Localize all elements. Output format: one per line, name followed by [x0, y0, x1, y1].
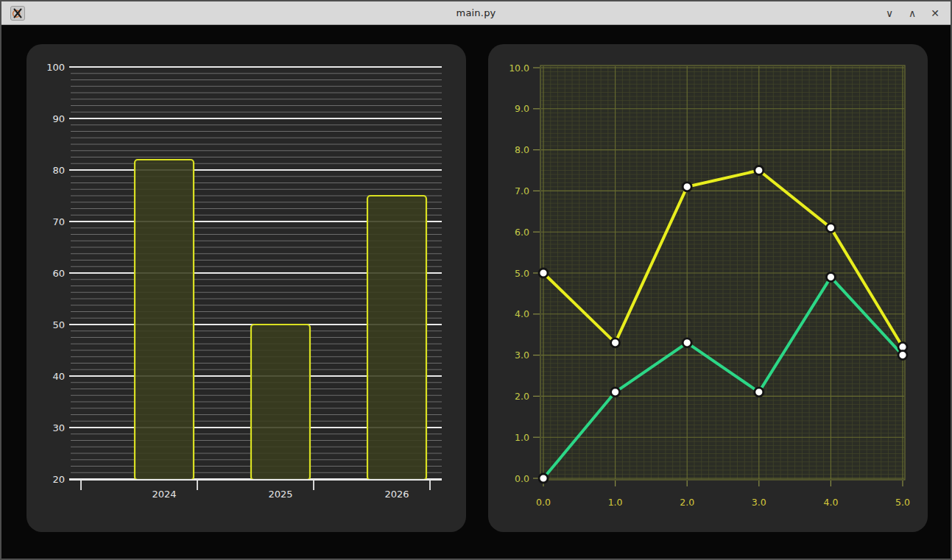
y-tick-label: 1.0	[515, 432, 529, 443]
x-tick-label: 2025	[268, 489, 292, 500]
x-tick-label: 3.0	[752, 497, 766, 508]
data-point	[826, 224, 835, 233]
x-tick-label: 2.0	[680, 497, 694, 508]
data-point	[755, 388, 764, 397]
bars-group	[135, 160, 426, 480]
bar-chart-panel: 2030405060708090100202420252026	[27, 44, 466, 532]
maximize-button[interactable]: ∧	[904, 5, 920, 21]
main-content: 2030405060708090100202420252026 0.01.02.…	[1, 26, 951, 559]
data-point	[755, 166, 764, 175]
bar-2026	[367, 196, 426, 480]
y-tick-label: 4.0	[515, 308, 529, 319]
y-tick-label: 3.0	[515, 350, 529, 361]
line-chart: 0.01.02.03.04.05.00.01.02.03.04.05.06.07…	[488, 44, 928, 532]
y-tick-label: 2.0	[515, 391, 529, 402]
x-tick-label: 5.0	[895, 497, 910, 508]
y-tick-label: 8.0	[515, 144, 529, 155]
y-tick-label: 0.0	[515, 473, 529, 484]
data-point	[898, 351, 907, 360]
y-tick-label: 7.0	[515, 185, 529, 196]
y-tick-label: 40	[52, 371, 65, 382]
title-bar: main.py ∨ ∧ ✕	[1, 1, 951, 25]
window-title: main.py	[1, 7, 951, 18]
x-tick-label: 2026	[384, 489, 409, 500]
y-tick-label: 100	[46, 62, 65, 73]
y-tick-labels: 0.01.02.03.04.05.06.07.08.09.010.0	[509, 63, 529, 484]
data-point	[539, 474, 548, 483]
line-chart-panel: 0.01.02.03.04.05.00.01.02.03.04.05.06.07…	[488, 44, 928, 532]
data-point	[683, 182, 691, 191]
x-tick-labels: 0.01.02.03.04.05.0	[536, 497, 910, 508]
app-window: main.py ∨ ∧ ✕ 20304050607080901002024202…	[0, 0, 952, 560]
bar-chart: 2030405060708090100202420252026	[27, 44, 466, 532]
y-tick-label: 50	[52, 319, 65, 330]
bar-2024	[135, 160, 194, 480]
y-tick-label: 90	[52, 113, 65, 124]
close-button[interactable]: ✕	[927, 5, 943, 21]
y-tick-label: 30	[52, 422, 65, 433]
x-tick-label: 2024	[152, 489, 176, 500]
data-point	[539, 269, 548, 277]
x-tick-label: 0.0	[536, 497, 551, 508]
y-tick-label: 60	[52, 268, 65, 279]
y-tick-label: 9.0	[515, 103, 529, 114]
y-tick-labels: 2030405060708090100	[46, 62, 65, 485]
y-tick-label: 20	[52, 474, 65, 485]
window-controls: ∨ ∧ ✕	[881, 1, 943, 25]
y-tick-label: 10.0	[509, 63, 529, 74]
x11-app-icon	[12, 7, 24, 19]
x-tick-label: 4.0	[823, 497, 838, 508]
window-menu-button[interactable]	[10, 6, 25, 21]
data-point	[611, 339, 620, 347]
y-tick-label: 80	[52, 165, 65, 176]
bar-2025	[251, 325, 310, 480]
x-tick-labels: 202420252026	[152, 489, 409, 500]
data-point	[683, 339, 691, 347]
y-tick-label: 70	[52, 216, 65, 227]
y-tick-label: 5.0	[515, 268, 529, 279]
x-tick-label: 1.0	[608, 497, 623, 508]
data-point	[826, 273, 835, 282]
y-tick-label: 6.0	[515, 227, 529, 238]
minimize-button[interactable]: ∨	[881, 5, 898, 21]
data-point	[611, 388, 620, 397]
